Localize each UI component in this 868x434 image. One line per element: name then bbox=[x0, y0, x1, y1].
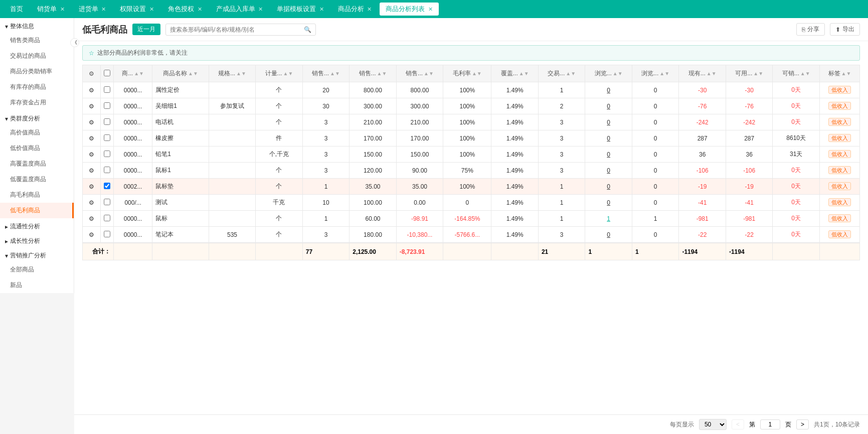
next-page-button[interactable]: > bbox=[796, 419, 809, 429]
sidebar-item-all-goods[interactable]: 全部商品 bbox=[0, 262, 74, 277]
sidebar-item-category-rate[interactable]: 商品分类助销率 bbox=[0, 64, 74, 79]
browse1-link[interactable]: 0 bbox=[607, 167, 610, 174]
sidebar-group-marketing[interactable]: ▾ 营销推广分析 bbox=[0, 247, 74, 262]
row-browse1[interactable]: 0 bbox=[585, 98, 632, 114]
browse1-link[interactable]: 0 bbox=[607, 199, 610, 206]
close-purchase-order-icon[interactable]: ✕ bbox=[101, 6, 106, 12]
col-gear[interactable]: ⚙ bbox=[83, 65, 101, 82]
row-checkbox-cell[interactable] bbox=[101, 163, 114, 179]
search-input[interactable] bbox=[170, 26, 304, 33]
sort-arrows-saleable[interactable]: ▲▼ bbox=[800, 71, 810, 76]
select-all-checkbox[interactable] bbox=[104, 70, 110, 76]
sort-arrows-sales-qty[interactable]: ▲▼ bbox=[330, 71, 340, 76]
sidebar-item-high-margin[interactable]: 高毛利商品 bbox=[0, 187, 74, 203]
sidebar-item-low-coverage[interactable]: 低覆盖度商品 bbox=[0, 172, 74, 187]
browse1-link[interactable]: 0 bbox=[607, 87, 610, 94]
sort-arrows-tag[interactable]: ▲▼ bbox=[841, 71, 851, 76]
browse1-link[interactable]: 1 bbox=[607, 215, 610, 222]
table-container[interactable]: ⚙ 商...▲▼ 商品名称▲▼ 规格...▲▼ 计量...▲▼ 销售...▲▼ … bbox=[74, 65, 868, 414]
close-permission-icon[interactable]: ✕ bbox=[149, 6, 154, 12]
sidebar-item-high-value[interactable]: 高价值商品 bbox=[0, 125, 74, 140]
row-checkbox[interactable] bbox=[104, 86, 110, 93]
current-page-input[interactable] bbox=[760, 419, 780, 429]
prev-page-button[interactable]: < bbox=[732, 419, 744, 429]
row-checkbox-cell[interactable] bbox=[101, 227, 114, 243]
sidebar-item-traded-goods[interactable]: 交易过的商品 bbox=[0, 48, 74, 64]
per-page-select[interactable]: 50 100 bbox=[699, 419, 727, 430]
nav-template-settings[interactable]: 单据模板设置 ✕ bbox=[271, 3, 330, 16]
sort-arrows-available[interactable]: ▲▼ bbox=[753, 71, 763, 76]
row-gear[interactable]: ⚙ bbox=[83, 195, 101, 211]
sort-arrows-unit[interactable]: ▲▼ bbox=[283, 71, 293, 76]
sort-arrows-coverage[interactable]: ▲▼ bbox=[519, 71, 529, 76]
nav-product-entry[interactable]: 产成品入库单 ✕ bbox=[210, 3, 269, 16]
sort-arrows-gross-margin[interactable]: ▲▼ bbox=[472, 71, 482, 76]
row-browse1[interactable]: 0 bbox=[585, 130, 632, 147]
sort-arrows-trade[interactable]: ▲▼ bbox=[566, 71, 576, 76]
nav-role-auth[interactable]: 角色授权 ✕ bbox=[162, 3, 208, 16]
browse1-link[interactable]: 0 bbox=[607, 103, 610, 110]
close-product-icon[interactable]: ✕ bbox=[258, 6, 263, 12]
row-browse1[interactable]: 0 bbox=[585, 163, 632, 179]
sidebar-item-stock-capital[interactable]: 库存资金占用 bbox=[0, 95, 74, 110]
sort-arrows-browse2[interactable]: ▲▼ bbox=[659, 71, 669, 76]
row-checkbox-cell[interactable] bbox=[101, 147, 114, 163]
sidebar-group-cluster[interactable]: ▾ 类群度分析 bbox=[0, 110, 74, 125]
row-checkbox-cell[interactable] bbox=[101, 130, 114, 147]
browse1-link[interactable]: 0 bbox=[607, 231, 610, 238]
row-checkbox[interactable] bbox=[104, 215, 110, 221]
row-gear[interactable]: ⚙ bbox=[83, 82, 101, 98]
date-filter-button[interactable]: 近一月 bbox=[132, 24, 160, 35]
row-checkbox[interactable] bbox=[104, 151, 110, 157]
row-browse1[interactable]: 0 bbox=[585, 82, 632, 98]
close-role-icon[interactable]: ✕ bbox=[198, 6, 202, 12]
row-browse1[interactable]: 1 bbox=[585, 211, 632, 227]
row-gear[interactable]: ⚙ bbox=[83, 147, 101, 163]
close-template-icon[interactable]: ✕ bbox=[319, 6, 324, 12]
sidebar-item-new-goods[interactable]: 新品 bbox=[0, 277, 74, 293]
export-button[interactable]: ⬆ 导出 bbox=[830, 23, 860, 36]
row-gear[interactable]: ⚙ bbox=[83, 227, 101, 243]
sort-arrows-spec[interactable]: ▲▼ bbox=[236, 71, 246, 76]
col-checkbox[interactable] bbox=[101, 65, 114, 82]
sort-arrows-sales-amount[interactable]: ▲▼ bbox=[424, 71, 434, 76]
nav-sales-order[interactable]: 销货单 ✕ bbox=[31, 3, 71, 16]
sidebar-group-overall[interactable]: ▾ 整体信息 bbox=[0, 18, 74, 33]
row-gear[interactable]: ⚙ bbox=[83, 163, 101, 179]
sort-arrows-sales-price[interactable]: ▲▼ bbox=[377, 71, 387, 76]
row-checkbox-cell[interactable] bbox=[101, 211, 114, 227]
row-gear[interactable]: ⚙ bbox=[83, 211, 101, 227]
sidebar-item-sales-goods[interactable]: 销售类商品 bbox=[0, 33, 74, 48]
row-browse1[interactable]: 0 bbox=[585, 147, 632, 163]
nav-goods-analysis-list[interactable]: 商品分析列表 ✕ bbox=[380, 3, 439, 16]
close-analysis-list-icon[interactable]: ✕ bbox=[428, 6, 433, 12]
sidebar-item-high-coverage[interactable]: 高覆盖度商品 bbox=[0, 156, 74, 172]
close-sales-order-icon[interactable]: ✕ bbox=[60, 6, 65, 12]
sort-arrows-name[interactable]: ▲▼ bbox=[188, 71, 198, 76]
nav-home[interactable]: 首页 bbox=[4, 3, 29, 16]
sidebar-group-circulation[interactable]: ▸ 流通性分析 bbox=[0, 218, 74, 233]
row-checkbox-cell[interactable] bbox=[101, 179, 114, 195]
row-checkbox-cell[interactable] bbox=[101, 98, 114, 114]
row-gear[interactable]: ⚙ bbox=[83, 130, 101, 147]
sidebar-item-low-value[interactable]: 低价值商品 bbox=[0, 140, 74, 156]
row-checkbox-cell[interactable] bbox=[101, 82, 114, 98]
row-gear[interactable]: ⚙ bbox=[83, 98, 101, 114]
nav-goods-analysis[interactable]: 商品分析 ✕ bbox=[332, 3, 378, 16]
row-checkbox[interactable] bbox=[104, 231, 110, 237]
sidebar-item-stock-goods[interactable]: 有库存的商品 bbox=[0, 79, 74, 95]
row-browse1[interactable]: 0 bbox=[585, 227, 632, 243]
row-browse1[interactable]: 0 bbox=[585, 195, 632, 211]
sort-arrows-stock[interactable]: ▲▼ bbox=[707, 71, 717, 76]
sort-arrows-browse1[interactable]: ▲▼ bbox=[613, 71, 623, 76]
row-checkbox[interactable] bbox=[104, 167, 110, 173]
row-checkbox[interactable] bbox=[104, 134, 110, 141]
row-browse1[interactable]: 0 bbox=[585, 114, 632, 130]
close-analysis-icon[interactable]: ✕ bbox=[367, 6, 372, 12]
browse1-link[interactable]: 0 bbox=[607, 183, 610, 190]
row-checkbox-cell[interactable] bbox=[101, 195, 114, 211]
nav-purchase-order[interactable]: 进货单 ✕ bbox=[73, 3, 112, 16]
nav-permission-settings[interactable]: 权限设置 ✕ bbox=[114, 3, 160, 16]
row-gear[interactable]: ⚙ bbox=[83, 179, 101, 195]
browse1-link[interactable]: 0 bbox=[607, 135, 610, 142]
